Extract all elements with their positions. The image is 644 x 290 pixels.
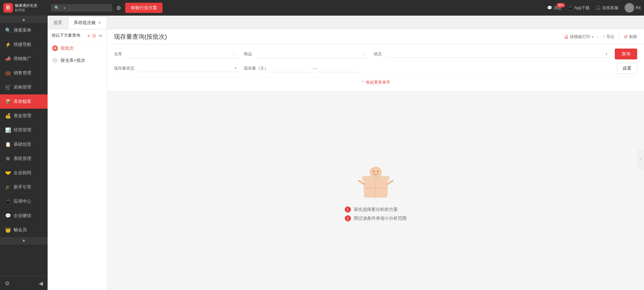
print-icon: 🖨: [564, 34, 569, 39]
add-solution-icon[interactable]: +: [87, 33, 90, 38]
inventory-status-filter: 现存量状态 ▾: [114, 65, 240, 72]
sidebar-item-search[interactable]: 🔍 搜索菜单: [0, 23, 48, 37]
inventory-qty-min[interactable]: [271, 65, 312, 72]
sidebar-item-wechat[interactable]: 💬 企业微信: [0, 209, 48, 223]
sidebar-item-shortcut[interactable]: ⚡ 快捷导航: [0, 37, 48, 52]
sidebar-item-inventory[interactable]: 📦 库存核算: [0, 94, 48, 109]
enterprise-icon: 🤝: [5, 170, 11, 176]
apps-icon: 📱: [5, 198, 11, 204]
query-button[interactable]: 查询: [615, 49, 637, 59]
inventory-qty-max[interactable]: [319, 65, 359, 72]
sidebar-item-finance[interactable]: 💰 资金管理: [0, 109, 48, 123]
tab-home[interactable]: 首页: [48, 17, 68, 29]
page-header-actions: 🖨 按模板打印 ▾ | ↑ 导出 | ↺ 刷新: [564, 34, 637, 40]
collapse-panel-icon[interactable]: ≪: [98, 33, 103, 38]
settings-solution-icon[interactable]: ⊙: [92, 33, 96, 38]
sidebar-item-newbie[interactable]: 🎓 新手引导: [0, 180, 48, 194]
solution-dot-secondary: [52, 58, 58, 63]
newbie-icon: 🎓: [5, 184, 11, 190]
sidebar: ▲ 🔍 搜索菜单 ⚡ 快捷导航 📣 营销推广 💼 销售管理 🛒 采购管理 📦 库…: [0, 16, 48, 290]
gear-button[interactable]: ⚙: [115, 3, 122, 13]
sidebar-item-system[interactable]: ⚙ 系统管理: [0, 151, 48, 166]
user-avatar-button[interactable]: Rit: [625, 3, 641, 13]
solution-item-by-warehouse-batch[interactable]: 按仓库+批次: [48, 54, 107, 67]
svg-point-6: [373, 171, 374, 172]
sidebar-item-sales[interactable]: 💼 销售管理: [0, 66, 48, 80]
sidebar-item-basic[interactable]: 📋 基础信息: [0, 137, 48, 151]
status-input[interactable]: ▾: [385, 50, 611, 58]
sidebar-item-operations[interactable]: 📊 经营管理: [0, 123, 48, 137]
main-layout: ▲ 🔍 搜索菜单 ⚡ 快捷导航 📣 营销推广 💼 销售管理 🛒 采购管理 📦 库…: [0, 16, 644, 290]
sidebar-item-apps[interactable]: 📱 应用中心: [0, 194, 48, 209]
header-right: 💬 消息 99+ 📱 App下载 🎧 在线客服 Rit: [547, 3, 641, 13]
empty-steps: 1 请先选择要分析的方案 2 用过滤条件来缩小分析范围: [345, 206, 407, 221]
tab-close-icon[interactable]: ✕: [98, 20, 101, 25]
empty-illustration: [355, 160, 396, 201]
messages-icon: 💬: [547, 5, 552, 10]
solution-panel-actions: + ⊙ ≪: [87, 33, 103, 38]
sidebar-scroll-down[interactable]: ▼: [0, 237, 48, 244]
sidebar-item-members[interactable]: 👑 畅会员: [0, 223, 48, 237]
collapse-sidebar-icon[interactable]: ◀: [39, 280, 43, 287]
sales-icon: 💼: [5, 70, 11, 76]
shortcut-icon: ⚡: [5, 41, 11, 48]
inventory-qty-label: 现存量（主）: [244, 66, 268, 71]
sidebar-bottom: ⚙ ◀: [0, 276, 48, 290]
status-dropdown-icon: ▾: [606, 52, 607, 56]
solution-item-by-batch[interactable]: 按批次: [48, 42, 107, 54]
warehouse-filter: 仓库 ···: [114, 50, 240, 58]
filter-area: 仓库 ··· 商品 ···: [107, 44, 644, 92]
svg-point-2: [54, 59, 56, 62]
inventory-status-input[interactable]: ▾: [137, 65, 240, 72]
sidebar-item-purchase[interactable]: 🛒 采购管理: [0, 80, 48, 94]
collapse-up-icon: ⌃: [361, 80, 365, 85]
members-icon: 👑: [5, 227, 11, 233]
search-bar[interactable]: 🔍 ▾: [51, 4, 112, 12]
app-download-button[interactable]: 📱 App下载: [568, 5, 590, 11]
export-icon: ↑: [603, 34, 605, 39]
marketing-icon: 📣: [5, 56, 11, 62]
basic-icon: 📋: [5, 141, 11, 147]
empty-svg: [355, 160, 396, 201]
online-support-button[interactable]: 🎧 在线客服: [596, 5, 618, 11]
content-area: 首页 库存批次账 ✕ 按以下方案查询 + ⊙ ≪: [48, 16, 644, 290]
solution-dot: [52, 46, 58, 51]
goods-more[interactable]: ···: [363, 52, 366, 56]
sidebar-scroll-up[interactable]: ▲: [0, 16, 48, 23]
page-header: 现存量查询(按批次) 🖨 按模板打印 ▾ | ↑ 导出 |: [107, 29, 644, 44]
export-button[interactable]: ↑ 导出: [603, 34, 614, 40]
finance-icon: 💰: [5, 113, 11, 119]
goods-label: 商品: [244, 51, 252, 57]
warehouse-more[interactable]: ···: [233, 52, 236, 56]
goods-input[interactable]: ···: [255, 50, 370, 58]
avatar: [625, 3, 634, 13]
messages-button[interactable]: 💬 消息 99+: [547, 5, 562, 11]
inventory-status-dropdown-icon: ▾: [235, 66, 236, 70]
svg-point-7: [377, 171, 378, 172]
sidebar-item-marketing[interactable]: 📣 营销推广: [0, 52, 48, 66]
inventory-status-label: 现存量状态: [114, 66, 134, 71]
settings-icon[interactable]: ⚙: [5, 280, 10, 287]
inventory-icon: 📦: [5, 98, 11, 105]
right-panel-toggle[interactable]: ›: [637, 149, 644, 170]
range-separator: —: [312, 66, 319, 71]
sidebar-item-enterprise[interactable]: 🤝 企业协同: [0, 166, 48, 180]
purchase-icon: 🛒: [5, 84, 11, 90]
tab-bar: 首页 库存批次账 ✕: [48, 16, 644, 29]
warehouse-label: 仓库: [114, 51, 122, 57]
logo-area: B 畅康通好生意 标准版: [3, 3, 51, 13]
refresh-button[interactable]: ↺ 刷新: [624, 34, 637, 40]
right-panel-arrow-icon: ›: [640, 157, 641, 162]
page-content: 按以下方案查询 + ⊙ ≪ 按批次: [48, 29, 644, 290]
solution-panel-header: 按以下方案查询 + ⊙ ≪: [48, 29, 107, 42]
experience-button[interactable]: 体验行业方案: [125, 3, 163, 13]
collapse-bar[interactable]: ⌃ 收起更多条件: [114, 77, 637, 87]
app-version: 标准版: [15, 8, 37, 13]
goods-filter: 商品 ···: [244, 50, 370, 58]
warehouse-input[interactable]: ···: [125, 50, 240, 58]
dropdown-arrow-icon: ▾: [64, 6, 65, 10]
print-button[interactable]: 🖨 按模板打印 ▾: [564, 34, 593, 40]
settings-button[interactable]: 设置: [617, 63, 637, 74]
tab-inventory-batch[interactable]: 库存批次账 ✕: [68, 17, 107, 29]
print-dropdown-icon: ▾: [592, 35, 593, 39]
